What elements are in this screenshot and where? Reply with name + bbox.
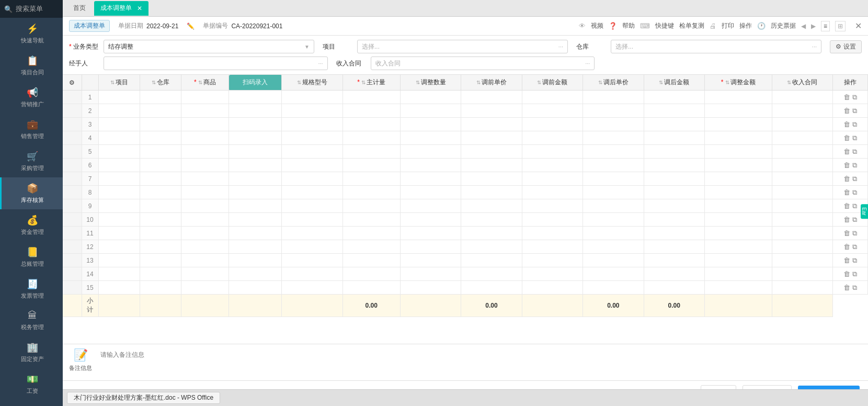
- row-after-amount-12[interactable]: [644, 240, 704, 254]
- row-unit-6[interactable]: [342, 159, 400, 172]
- row-prev-amount-7[interactable]: [522, 172, 583, 186]
- row-delete-icon-5[interactable]: 🗑: [843, 148, 850, 155]
- row-warehouse-5[interactable]: [140, 145, 181, 159]
- row-product-11[interactable]: [181, 227, 229, 240]
- row-delete-icon-11[interactable]: 🗑: [843, 229, 850, 237]
- taskbar-item[interactable]: 木门行业好业财处理方案-墨红红.doc - WPS Office: [67, 392, 220, 404]
- row-prev-amount-3[interactable]: [522, 118, 583, 131]
- row-unit-14[interactable]: [342, 267, 400, 281]
- row-project-7[interactable]: [98, 172, 140, 186]
- row-warehouse-6[interactable]: [140, 159, 181, 172]
- row-spec-9[interactable]: [282, 199, 342, 213]
- row-income-contract-12[interactable]: [772, 240, 832, 254]
- row-copy-icon-9[interactable]: ⧉: [852, 202, 857, 210]
- row-prev-price-10[interactable]: [461, 213, 522, 227]
- row-after-amount-10[interactable]: [644, 213, 704, 227]
- row-prev-price-9[interactable]: [461, 199, 522, 213]
- row-income-contract-15[interactable]: [772, 281, 832, 295]
- row-after-amount-8[interactable]: [644, 186, 704, 199]
- row-adjust-amount-7[interactable]: [704, 172, 772, 186]
- row-scan-15[interactable]: [229, 281, 282, 295]
- row-delete-icon-14[interactable]: 🗑: [843, 270, 850, 278]
- row-adjust-qty-9[interactable]: [400, 199, 461, 213]
- sidebar-item-payroll[interactable]: 💵工资: [0, 368, 63, 400]
- row-warehouse-9[interactable]: [140, 199, 181, 213]
- row-adjust-qty-6[interactable]: [400, 159, 461, 172]
- row-prev-price-13[interactable]: [461, 254, 522, 267]
- row-warehouse-12[interactable]: [140, 240, 181, 254]
- row-copy-icon-6[interactable]: ⧉: [852, 161, 857, 170]
- row-income-contract-13[interactable]: [772, 254, 832, 267]
- row-project-5[interactable]: [98, 145, 140, 159]
- row-scan-7[interactable]: [229, 172, 282, 186]
- row-after-price-10[interactable]: [583, 213, 644, 227]
- row-prev-amount-10[interactable]: [522, 213, 583, 227]
- row-prev-price-5[interactable]: [461, 145, 522, 159]
- row-prev-amount-11[interactable]: [522, 227, 583, 240]
- row-delete-icon-10[interactable]: 🗑: [843, 216, 850, 223]
- row-income-contract-5[interactable]: [772, 145, 832, 159]
- sidebar-item-project-contract[interactable]: 📋项目合同: [0, 50, 63, 82]
- row-unit-1[interactable]: [342, 91, 400, 104]
- row-adjust-amount-12[interactable]: [704, 240, 772, 254]
- row-delete-icon-7[interactable]: 🗑: [843, 175, 850, 183]
- row-after-amount-6[interactable]: [644, 159, 704, 172]
- th-scan[interactable]: 扫码录入: [229, 75, 282, 91]
- row-after-price-9[interactable]: [583, 199, 644, 213]
- row-adjust-amount-1[interactable]: [704, 91, 772, 104]
- sidebar-item-sales[interactable]: 💼销售管理: [0, 114, 63, 145]
- row-product-6[interactable]: [181, 159, 229, 172]
- row-after-price-15[interactable]: [583, 281, 644, 295]
- row-scan-11[interactable]: [229, 227, 282, 240]
- row-adjust-amount-14[interactable]: [704, 267, 772, 281]
- row-scan-8[interactable]: [229, 186, 282, 199]
- row-income-contract-6[interactable]: [772, 159, 832, 172]
- row-prev-amount-13[interactable]: [522, 254, 583, 267]
- row-prev-amount-2[interactable]: [522, 104, 583, 118]
- row-spec-11[interactable]: [282, 227, 342, 240]
- row-project-14[interactable]: [98, 267, 140, 281]
- row-copy-icon-13[interactable]: ⧉: [852, 256, 857, 265]
- review-btn[interactable]: 检单复测: [679, 21, 704, 30]
- row-adjust-amount-3[interactable]: [704, 118, 772, 131]
- row-product-2[interactable]: [181, 104, 229, 118]
- row-project-9[interactable]: [98, 199, 140, 213]
- right-handle[interactable]: Ear: [861, 204, 868, 219]
- row-project-6[interactable]: [98, 159, 140, 172]
- row-prev-amount-4[interactable]: [522, 131, 583, 145]
- row-prev-amount-14[interactable]: [522, 267, 583, 281]
- row-income-contract-14[interactable]: [772, 267, 832, 281]
- sidebar-item-quick-nav[interactable]: ⚡快速导航: [0, 18, 63, 50]
- row-unit-2[interactable]: [342, 104, 400, 118]
- row-project-15[interactable]: [98, 281, 140, 295]
- row-adjust-qty-1[interactable]: [400, 91, 461, 104]
- nav-next-icon[interactable]: ▶: [811, 22, 816, 30]
- row-scan-2[interactable]: [229, 104, 282, 118]
- row-warehouse-8[interactable]: [140, 186, 181, 199]
- row-after-amount-1[interactable]: [644, 91, 704, 104]
- row-prev-price-14[interactable]: [461, 267, 522, 281]
- warehouse-input[interactable]: 选择... ···: [611, 40, 821, 53]
- row-income-contract-2[interactable]: [772, 104, 832, 118]
- help-btn[interactable]: 帮助: [622, 21, 635, 30]
- row-after-amount-5[interactable]: [644, 145, 704, 159]
- row-income-contract-1[interactable]: [772, 91, 832, 104]
- row-after-amount-11[interactable]: [644, 227, 704, 240]
- row-copy-icon-1[interactable]: ⧉: [852, 93, 857, 102]
- row-delete-icon-9[interactable]: 🗑: [843, 202, 850, 210]
- row-scan-1[interactable]: [229, 91, 282, 104]
- row-spec-6[interactable]: [282, 159, 342, 172]
- row-after-price-12[interactable]: [583, 240, 644, 254]
- row-copy-icon-4[interactable]: ⧉: [852, 134, 857, 142]
- row-copy-icon-8[interactable]: ⧉: [852, 188, 857, 197]
- sidebar-search[interactable]: 🔍 搜索菜单: [0, 0, 63, 18]
- sidebar-item-inventory[interactable]: 📦库存核算: [0, 177, 63, 209]
- row-income-contract-8[interactable]: [772, 186, 832, 199]
- row-adjust-qty-14[interactable]: [400, 267, 461, 281]
- row-unit-3[interactable]: [342, 118, 400, 131]
- sidebar-item-marketing[interactable]: 📢营销推广: [0, 82, 63, 114]
- row-product-4[interactable]: [181, 131, 229, 145]
- row-copy-icon-2[interactable]: ⧉: [852, 107, 857, 115]
- row-adjust-amount-10[interactable]: [704, 213, 772, 227]
- row-adjust-amount-2[interactable]: [704, 104, 772, 118]
